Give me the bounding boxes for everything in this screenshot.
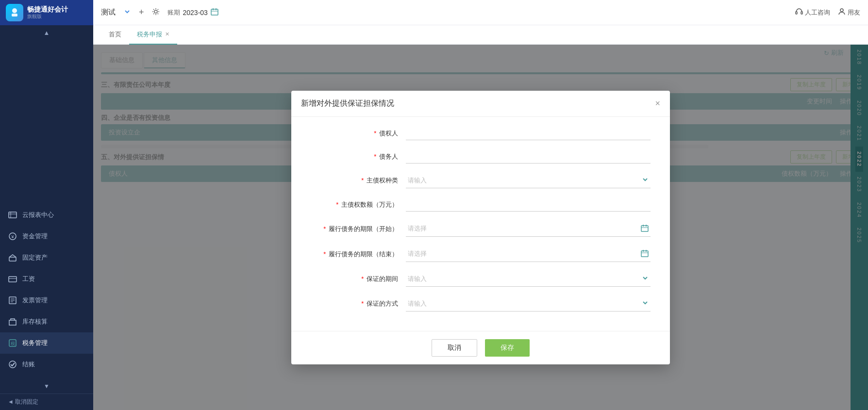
consult-button[interactable]: 人工咨询 (795, 8, 830, 17)
svg-text:税: 税 (11, 341, 15, 346)
svg-rect-1 (12, 14, 17, 16)
headset-icon (795, 8, 803, 17)
required-mark-guarantee-period: * (361, 275, 364, 282)
svg-rect-14 (9, 320, 16, 325)
input-creditor[interactable] (406, 127, 651, 140)
sidebar-item-shuiwu[interactable]: 税 税务管理 (0, 332, 93, 354)
svg-text:¥: ¥ (11, 234, 14, 239)
label-claim-type: * 主债权种类 (311, 176, 398, 185)
topbar: 测试 + 账期 2023-03 (93, 0, 868, 25)
svg-point-28 (840, 9, 843, 12)
select-claim-type-text: 请输入 (408, 176, 642, 185)
user-button[interactable]: 用友 (838, 8, 860, 17)
sidebar-item-jiezhang[interactable]: 结账 (0, 354, 93, 375)
main-area: 测试 + 账期 2023-03 (93, 0, 868, 410)
user-icon (838, 8, 846, 17)
modal-body: * 债权人 * 债务人 (291, 117, 670, 331)
sidebar: 畅捷通好会计 旗舰版 ▲ 云报表中心 (0, 0, 93, 410)
label-period-end: * 履行债务的期限（结束） (311, 250, 398, 259)
save-button[interactable]: 保存 (485, 339, 530, 357)
settings-icon[interactable] (152, 8, 160, 17)
label-guarantee-period: * 保证的期间 (311, 275, 398, 283)
sidebar-label-gongzi: 工资 (22, 275, 35, 283)
required-mark-claim-amount: * (336, 201, 338, 208)
modal-backdrop: 新增对外提供保证担保情况 × * 债权人 (93, 45, 868, 410)
period-label: 账期 (167, 8, 180, 17)
modal-header: 新增对外提供保证担保情况 × (291, 91, 670, 117)
svg-point-17 (9, 361, 16, 368)
sidebar-label-shuiwu: 税务管理 (22, 339, 48, 347)
svg-rect-7 (9, 257, 16, 261)
svg-rect-29 (641, 226, 648, 231)
select-guarantee-method[interactable]: 请输入 (406, 296, 651, 312)
select-claim-type[interactable]: 请输入 (406, 173, 651, 188)
sidebar-label-jiezhang: 结账 (22, 360, 35, 369)
add-button[interactable]: + (139, 7, 144, 17)
form-row-period-end: * 履行债务的期限（结束） 请选择 (311, 246, 651, 262)
required-mark-claim-type: * (361, 177, 364, 184)
sidebar-label-kucun: 库存核算 (22, 317, 48, 326)
sidebar-label-zijin: 资金管理 (22, 232, 48, 241)
company-dropdown-icon[interactable] (123, 8, 131, 17)
chevron-down-icon-guarantee-method (642, 299, 649, 308)
input-claim-amount[interactable] (406, 198, 651, 212)
sidebar-item-zijin[interactable]: ¥ 资金管理 (0, 226, 93, 247)
app-name-block: 畅捷通好会计 旗舰版 (27, 5, 68, 20)
tab-shuiwu[interactable]: 税务申报 ✕ (129, 25, 177, 45)
label-debtor: * 债务人 (311, 152, 398, 161)
modal-title: 新增对外提供保证担保情况 (301, 98, 394, 109)
select-guarantee-period[interactable]: 请输入 (406, 272, 651, 287)
consult-label: 人工咨询 (805, 8, 830, 17)
svg-point-0 (12, 8, 17, 13)
calendar-icon-end (641, 249, 649, 259)
sidebar-item-yunbaobiao[interactable]: 云报表中心 (0, 204, 93, 226)
gongzi-icon (8, 274, 17, 284)
zijin-icon: ¥ (8, 231, 17, 241)
sidebar-item-guidang[interactable]: 归档管理 (0, 375, 93, 379)
svg-rect-8 (9, 277, 17, 282)
sidebar-nav: ▲ (0, 25, 93, 204)
sidebar-scroll-down[interactable]: ▼ (0, 379, 93, 394)
form-row-guarantee-method: * 保证的方式 请输入 (311, 296, 651, 312)
date-period-end[interactable]: 请选择 (406, 246, 651, 262)
tab-home[interactable]: 首页 (101, 25, 129, 45)
chevron-down-icon-guarantee-period (642, 275, 649, 283)
sidebar-scroll-up[interactable]: ▲ (0, 27, 93, 38)
sidebar-label-fapiao: 发票管理 (22, 296, 48, 305)
sidebar-item-fapiao[interactable]: 发票管理 (0, 290, 93, 311)
sidebar-header: 畅捷通好会计 旗舰版 (0, 0, 93, 25)
sidebar-unpin[interactable]: ◄ 取消固定 (0, 394, 93, 410)
shuiwu-icon: 税 (8, 338, 17, 348)
modal-dialog: 新增对外提供保证担保情况 × * 债权人 (291, 91, 670, 364)
chevron-down-icon-claim-type (642, 176, 649, 184)
content-tabs: 首页 税务申报 ✕ (93, 25, 868, 45)
modal-footer: 取消 保存 (291, 331, 670, 364)
date-period-start-text: 请选择 (408, 224, 641, 233)
cancel-button[interactable]: 取消 (432, 339, 477, 357)
jiezhang-icon (8, 360, 17, 369)
tab-shuiwu-label: 税务申报 (137, 30, 162, 39)
modal-close-button[interactable]: × (655, 98, 660, 109)
svg-rect-2 (9, 212, 17, 218)
app-edition: 旗舰版 (27, 13, 68, 20)
required-mark-period-start: * (323, 225, 326, 232)
kucun-icon (8, 317, 17, 327)
sidebar-label-gudingzichan: 固定资产 (22, 253, 48, 262)
form-row-debtor: * 债务人 (311, 150, 651, 164)
fapiao-icon (8, 295, 17, 305)
tab-shuiwu-close[interactable]: ✕ (165, 31, 169, 37)
svg-rect-26 (796, 12, 797, 14)
form-row-guarantee-period: * 保证的期间 请输入 (311, 272, 651, 287)
date-period-start[interactable]: 请选择 (406, 221, 651, 237)
calendar-icon-start (641, 224, 649, 233)
sidebar-item-kucun[interactable]: 库存核算 (0, 311, 93, 332)
label-guarantee-method: * 保证的方式 (311, 299, 398, 308)
yunbaobiao-icon (8, 210, 17, 220)
app-logo (6, 4, 23, 21)
input-debtor[interactable] (406, 150, 651, 164)
required-mark-guarantee-method: * (361, 300, 364, 307)
topbar-right: 人工咨询 用友 (795, 8, 860, 17)
period-calendar-icon[interactable] (211, 8, 218, 17)
sidebar-item-gudingzichan[interactable]: 固定资产 (0, 247, 93, 268)
sidebar-item-gongzi[interactable]: 工资 (0, 268, 93, 290)
